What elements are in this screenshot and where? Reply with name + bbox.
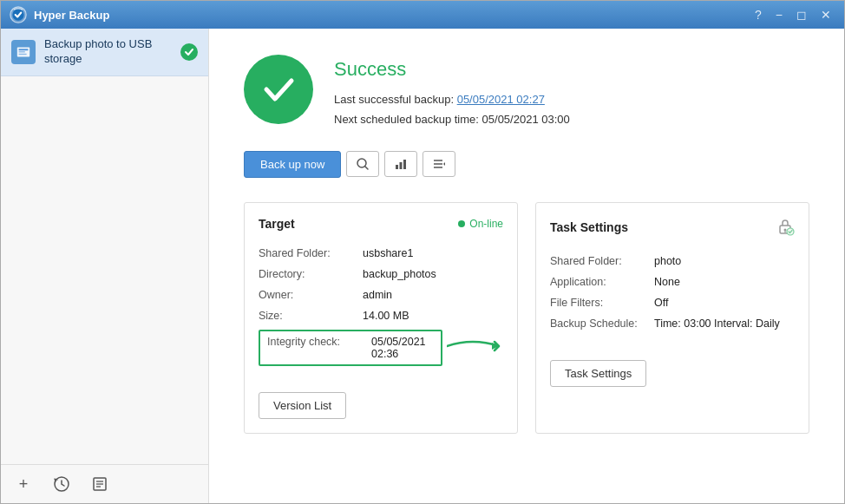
last-backup-label: Last successful backup: [334, 93, 454, 106]
window-title: Hyper Backup [34, 9, 109, 22]
status-section: Success Last successful backup: 05/05/20… [244, 55, 809, 130]
target-shared-folder-label: Shared Folder: [259, 247, 363, 259]
svg-rect-5 [19, 51, 25, 52]
sidebar-item-backup[interactable]: Backup photo to USB storage [1, 29, 208, 76]
target-directory-row: Directory: backup_photos [259, 264, 503, 285]
target-shared-folder-row: Shared Folder: usbshare1 [259, 243, 503, 264]
last-backup-link[interactable]: 05/05/2021 02:27 [457, 93, 545, 106]
history-button[interactable] [49, 472, 74, 496]
sidebar-item-label: Backup photo to USB storage [44, 37, 172, 67]
next-backup-value: 05/05/2021 03:00 [482, 113, 570, 126]
title-bar-controls: ? − ◻ ✕ [750, 6, 835, 23]
target-directory-label: Directory: [259, 268, 363, 280]
search-button[interactable] [346, 151, 379, 177]
minimize-button[interactable]: − [771, 6, 787, 23]
lock-icon [776, 217, 795, 239]
task-shared-folder-value: photo [654, 255, 681, 267]
task-shared-folder-label: Shared Folder: [550, 255, 654, 267]
title-bar: Hyper Backup ? − ◻ ✕ [1, 1, 844, 29]
online-dot [458, 220, 465, 227]
sidebar: Backup photo to USB storage + [1, 29, 209, 503]
task-settings-panel-header: Task Settings [550, 217, 795, 239]
svg-rect-14 [396, 165, 398, 169]
online-badge: On-line [458, 218, 503, 230]
task-settings-button[interactable]: Task Settings [550, 360, 646, 387]
target-size-row: Size: 14.00 MB [259, 305, 503, 326]
action-bar: Back up now [244, 151, 809, 178]
app-icon [10, 6, 27, 23]
target-panel-title: Target [259, 217, 295, 231]
task-file-filters-label: File Filters: [550, 297, 654, 309]
task-file-filters-row: File Filters: Off [550, 292, 795, 313]
task-application-row: Application: None [550, 272, 795, 292]
svg-rect-16 [403, 160, 406, 169]
target-panel: Target On-line Shared Folder: usbshare1 … [244, 202, 518, 434]
success-icon [244, 55, 313, 124]
integrity-check-value: 05/05/2021 02:36 [371, 336, 434, 360]
title-bar-left: Hyper Backup [10, 6, 109, 23]
sidebar-success-check [180, 43, 198, 61]
task-application-value: None [654, 276, 680, 288]
task-backup-schedule-row: Backup Schedule: Time: 03:00 Interval: D… [550, 313, 795, 334]
arrow-annotation [447, 333, 512, 359]
integrity-check-label: Integrity check: [267, 336, 371, 360]
target-panel-footer: Version List [259, 383, 503, 419]
stats-button[interactable] [384, 151, 417, 177]
task-backup-schedule-label: Backup Schedule: [550, 317, 654, 330]
svg-rect-4 [19, 49, 29, 50]
add-task-button[interactable]: + [11, 472, 36, 496]
svg-line-13 [365, 167, 368, 169]
main-content: Backup photo to USB storage + [1, 29, 844, 503]
task-backup-schedule-value: Time: 03:00 Interval: Daily [654, 317, 780, 330]
content-area: Success Last successful backup: 05/05/20… [209, 29, 844, 503]
app-window: Hyper Backup ? − ◻ ✕ Backup photo [0, 0, 845, 504]
next-backup-label: Next scheduled backup time: [334, 113, 479, 126]
task-panel-footer: Task Settings [550, 351, 795, 387]
task-settings-title: Task Settings [550, 220, 628, 234]
sidebar-footer: + [1, 464, 208, 503]
target-owner-row: Owner: admin [259, 285, 503, 305]
svg-point-22 [784, 228, 787, 231]
target-panel-header: Target On-line [259, 217, 503, 231]
online-label: On-line [469, 218, 503, 230]
close-button[interactable]: ✕ [816, 6, 835, 23]
target-directory-value: backup_photos [363, 268, 436, 280]
maximize-button[interactable]: ◻ [792, 6, 811, 23]
backup-now-button[interactable]: Back up now [244, 151, 341, 178]
version-list-button[interactable]: Version List [259, 392, 346, 419]
integrity-check-row: Integrity check: 05/05/2021 02:36 [259, 330, 442, 366]
success-info: Success Last successful backup: 05/05/20… [334, 55, 570, 130]
target-size-label: Size: [259, 310, 363, 322]
target-owner-value: admin [363, 289, 392, 301]
backup-meta: Last successful backup: 05/05/2021 02:27… [334, 89, 570, 130]
task-file-filters-value: Off [654, 297, 668, 309]
info-panels: Target On-line Shared Folder: usbshare1 … [244, 202, 809, 434]
target-size-value: 14.00 MB [363, 310, 409, 322]
task-application-label: Application: [550, 276, 654, 288]
backup-task-icon [11, 40, 36, 64]
success-title: Success [334, 58, 570, 81]
svg-rect-6 [19, 54, 27, 55]
menu-button[interactable] [422, 151, 455, 177]
target-owner-label: Owner: [259, 289, 363, 301]
help-button[interactable]: ? [750, 6, 766, 23]
svg-rect-15 [400, 162, 403, 169]
log-button[interactable] [88, 472, 112, 496]
target-shared-folder-value: usbshare1 [363, 247, 413, 259]
task-shared-folder-row: Shared Folder: photo [550, 251, 795, 272]
task-settings-panel: Task Settings [535, 202, 809, 434]
